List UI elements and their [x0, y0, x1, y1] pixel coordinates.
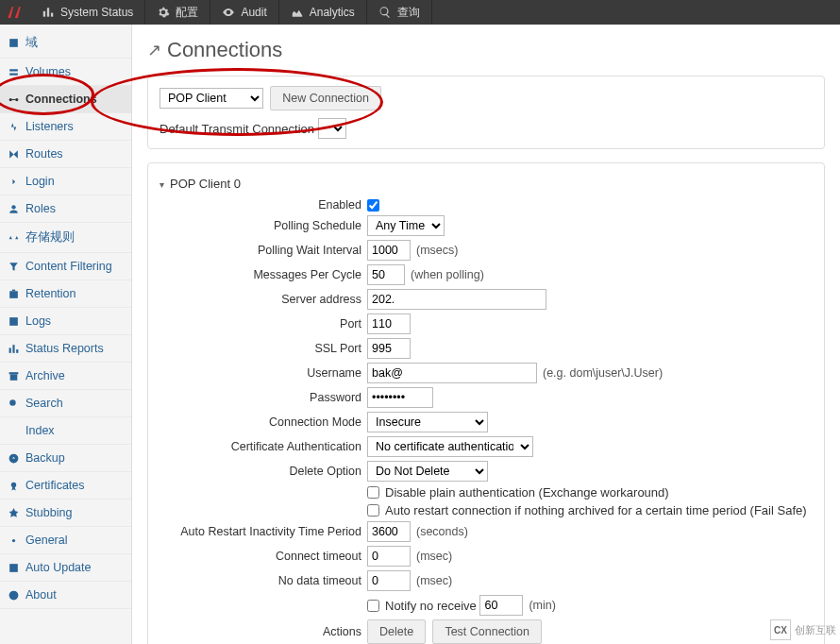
sidebar-item-stubbing[interactable]: Stubbing: [0, 500, 131, 527]
svg-rect-6: [12, 98, 15, 99]
server-address-label: Server address: [160, 293, 367, 306]
server-address-input[interactable]: [367, 289, 546, 310]
connect-timeout-input[interactable]: [367, 546, 411, 567]
new-connection-button[interactable]: New Connection: [270, 86, 381, 110]
polling-wait-label: Polling Wait Interval: [160, 244, 367, 257]
auto-restart-period-label: Auto Restart Inactivity Time Period: [160, 525, 367, 538]
filter-icon: [8, 261, 20, 273]
archive-icon: [8, 370, 20, 382]
sidebar-item-connections[interactable]: Connections: [0, 86, 131, 113]
app-logo: [6, 4, 23, 21]
sidebar: 域 Volumes Connections Listeners Routes L…: [0, 25, 132, 644]
sidebar-item-status-reports[interactable]: Status Reports: [0, 335, 131, 363]
sidebar-item-about[interactable]: About: [0, 582, 131, 609]
sidebar-item-label: Connections: [25, 93, 97, 106]
sidebar-item-logs[interactable]: Logs: [0, 308, 131, 335]
connection-mode-select[interactable]: Insecure: [367, 412, 488, 432]
auto-restart-checkbox[interactable]: [367, 504, 379, 517]
connect-timeout-unit: (msec): [416, 550, 452, 563]
disable-plain-auth-checkbox[interactable]: [367, 486, 379, 499]
login-icon: [8, 176, 20, 188]
polling-schedule-select[interactable]: Any Time: [367, 215, 445, 236]
svg-rect-3: [9, 39, 18, 47]
sidebar-item-listeners[interactable]: Listeners: [0, 113, 131, 141]
main-content: ↗Connections POP Client New Connection D…: [132, 25, 840, 644]
sidebar-item-label: Roles: [25, 202, 56, 215]
tab-query[interactable]: 查询: [367, 0, 432, 25]
page-title: ↗Connections: [147, 38, 825, 62]
sidebar-item-index[interactable]: Index: [0, 417, 131, 445]
enabled-checkbox[interactable]: [367, 199, 379, 212]
sidebar-item-label: Index: [25, 424, 55, 437]
sidebar-item-routes[interactable]: Routes: [0, 141, 131, 168]
sidebar-item-volumes[interactable]: Volumes: [0, 59, 131, 86]
port-input[interactable]: [367, 314, 411, 334]
svg-rect-0: [43, 11, 45, 17]
building-icon: [8, 37, 20, 49]
search-icon: [378, 6, 392, 19]
eye-icon: [222, 6, 235, 19]
ssl-port-input[interactable]: [367, 338, 411, 359]
balance-icon: [8, 231, 20, 244]
sidebar-item-domain[interactable]: 域: [0, 28, 131, 59]
delete-button[interactable]: Delete: [367, 619, 426, 644]
logs-icon: [8, 315, 20, 328]
enabled-label: Enabled: [160, 198, 367, 212]
sidebar-item-content-filtering[interactable]: Content Filtering: [0, 253, 131, 280]
sidebar-item-label: Certificates: [25, 479, 85, 492]
tab-label: 配置: [176, 5, 198, 21]
notify-no-receive-label: Notify no receive: [385, 599, 477, 613]
notify-no-receive-checkbox[interactable]: [367, 600, 379, 612]
listeners-icon: [8, 121, 20, 133]
cert-auth-select[interactable]: No certificate authentication: [367, 436, 533, 457]
svg-point-17: [12, 538, 15, 541]
expand-icon: ↗: [147, 40, 161, 60]
polling-wait-unit: (msecs): [416, 244, 458, 257]
connection-type-select[interactable]: POP Client: [160, 88, 263, 109]
test-connection-button[interactable]: Test Connection: [432, 619, 542, 644]
delete-option-select[interactable]: Do Not Delete: [367, 461, 488, 482]
password-label: Password: [160, 391, 367, 404]
tab-system-status[interactable]: System Status: [30, 0, 145, 25]
cert-auth-label: Certificate Authentication: [160, 440, 367, 453]
connection-mode-label: Connection Mode: [160, 415, 367, 429]
connection-panel: POP Client 0 Enabled Polling ScheduleAny…: [147, 162, 825, 644]
sidebar-item-label: Login: [25, 175, 55, 188]
sidebar-item-certificates[interactable]: Certificates: [0, 472, 131, 500]
sidebar-item-roles[interactable]: Roles: [0, 195, 131, 223]
sidebar-item-label: Content Filtering: [25, 260, 112, 273]
sidebar-item-label: Auto Update: [25, 561, 92, 574]
sidebar-item-auto-update[interactable]: Auto Update: [0, 554, 131, 582]
accordion-header[interactable]: POP Client 0: [160, 173, 813, 195]
sidebar-item-search[interactable]: Search: [0, 390, 131, 417]
sidebar-item-backup[interactable]: Backup: [0, 445, 131, 472]
auto-restart-period-unit: (seconds): [416, 525, 468, 538]
notify-no-receive-input[interactable]: [479, 595, 523, 616]
svg-rect-9: [9, 317, 18, 326]
svg-rect-11: [12, 345, 14, 353]
auto-restart-period-input[interactable]: [367, 521, 411, 542]
tab-label: Audit: [241, 6, 266, 19]
sidebar-item-label: Search: [25, 397, 63, 410]
auto-restart-label: Auto restart connection if nothing archi…: [385, 503, 807, 517]
sidebar-item-storage-rules[interactable]: 存储规则: [0, 223, 131, 253]
tab-config[interactable]: 配置: [145, 0, 210, 25]
messages-per-cycle-input[interactable]: [367, 264, 405, 285]
search-icon: [8, 398, 20, 410]
default-transmit-select[interactable]: [318, 118, 346, 139]
sidebar-item-label: Stubbing: [25, 506, 72, 519]
nodata-timeout-input[interactable]: [367, 570, 411, 591]
username-input[interactable]: [367, 363, 537, 383]
password-input[interactable]: [367, 387, 433, 408]
sidebar-item-retention[interactable]: Retention: [0, 280, 131, 308]
tab-analytics[interactable]: Analytics: [279, 0, 367, 25]
sidebar-item-label: Retention: [25, 287, 76, 300]
tab-audit[interactable]: Audit: [210, 0, 278, 25]
svg-rect-14: [10, 374, 18, 381]
sidebar-item-login[interactable]: Login: [0, 168, 131, 195]
connections-icon: [8, 93, 20, 106]
top-panel: POP Client New Connection Default Transm…: [147, 76, 825, 149]
sidebar-item-archive[interactable]: Archive: [0, 363, 131, 390]
polling-wait-input[interactable]: [367, 240, 411, 261]
sidebar-item-general[interactable]: General: [0, 527, 131, 554]
